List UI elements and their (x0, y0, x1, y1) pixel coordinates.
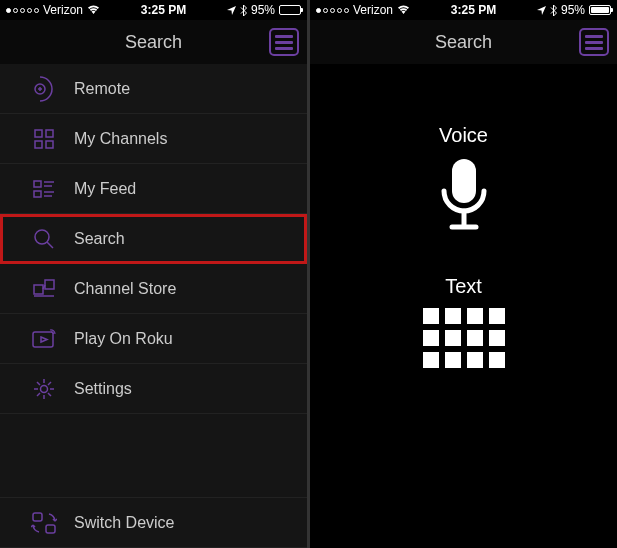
menu-button[interactable] (579, 28, 609, 56)
svg-rect-6 (46, 141, 53, 148)
svg-rect-31 (452, 159, 476, 203)
menu-item-remote[interactable]: Remote (0, 64, 307, 114)
svg-point-13 (35, 230, 49, 244)
svg-line-27 (37, 393, 40, 396)
phone-left-menu: Verizon 3:25 PM 95% Search (0, 0, 307, 548)
search-icon (30, 225, 58, 253)
svg-rect-19 (33, 332, 53, 347)
feed-icon (30, 175, 58, 203)
phone-right-search: Verizon 3:25 PM 95% Search (310, 0, 617, 548)
keyboard-icon (423, 308, 505, 368)
channels-icon (30, 125, 58, 153)
play-icon (30, 325, 58, 353)
svg-rect-16 (45, 280, 54, 289)
menu-item-search[interactable]: Search (0, 214, 307, 264)
svg-rect-8 (34, 191, 41, 197)
svg-line-14 (47, 242, 53, 248)
status-right: 95% (537, 3, 611, 17)
side-menu: Remote My Channels My Feed (0, 64, 307, 548)
menu-label: Settings (74, 380, 132, 398)
voice-label: Voice (439, 124, 488, 147)
svg-line-26 (48, 393, 51, 396)
svg-rect-15 (34, 285, 43, 294)
menu-item-my-feed[interactable]: My Feed (0, 164, 307, 214)
bluetooth-icon (550, 5, 557, 16)
svg-rect-4 (46, 130, 53, 137)
status-time: 3:25 PM (451, 3, 496, 17)
status-bar: Verizon 3:25 PM 95% (310, 0, 617, 20)
battery-percent: 95% (251, 3, 275, 17)
wifi-icon (397, 5, 410, 15)
menu-label: Channel Store (74, 280, 176, 298)
settings-icon (30, 375, 58, 403)
menu-item-channel-store[interactable]: Channel Store (0, 264, 307, 314)
menu-item-settings[interactable]: Settings (0, 364, 307, 414)
store-icon (30, 275, 58, 303)
svg-rect-5 (35, 141, 42, 148)
svg-point-20 (41, 385, 48, 392)
status-left: Verizon (316, 3, 410, 17)
battery-icon (279, 5, 301, 15)
status-left: Verizon (6, 3, 100, 17)
svg-line-25 (37, 382, 40, 385)
menu-label: My Channels (74, 130, 167, 148)
svg-rect-30 (46, 525, 55, 533)
svg-line-28 (48, 382, 51, 385)
switch-device-icon (30, 509, 58, 537)
status-right: 95% (227, 3, 301, 17)
menu-item-play-on-roku[interactable]: Play On Roku (0, 314, 307, 364)
menu-label: Switch Device (74, 514, 174, 532)
carrier-label: Verizon (43, 3, 83, 17)
menu-label: My Feed (74, 180, 136, 198)
nav-bar: Search (0, 20, 307, 64)
signal-strength-icon (316, 8, 349, 13)
battery-icon (589, 5, 611, 15)
status-bar: Verizon 3:25 PM 95% (0, 0, 307, 20)
bluetooth-icon (240, 5, 247, 16)
text-label: Text (445, 275, 482, 298)
remote-icon (30, 75, 58, 103)
menu-item-switch-device[interactable]: Switch Device (0, 498, 307, 548)
search-screen: Voice Text (310, 64, 617, 548)
signal-strength-icon (6, 8, 39, 13)
svg-rect-29 (33, 513, 42, 521)
menu-item-my-channels[interactable]: My Channels (0, 114, 307, 164)
status-time: 3:25 PM (141, 3, 186, 17)
page-title: Search (435, 32, 492, 53)
location-icon (537, 6, 546, 15)
svg-rect-7 (34, 181, 41, 187)
nav-bar: Search (310, 20, 617, 64)
voice-search-option[interactable]: Voice (438, 124, 490, 235)
carrier-label: Verizon (353, 3, 393, 17)
menu-label: Play On Roku (74, 330, 173, 348)
wifi-icon (87, 5, 100, 15)
menu-button[interactable] (269, 28, 299, 56)
text-search-option[interactable]: Text (423, 275, 505, 368)
location-icon (227, 6, 236, 15)
menu-label: Search (74, 230, 125, 248)
page-title: Search (125, 32, 182, 53)
microphone-icon (438, 157, 490, 235)
battery-percent: 95% (561, 3, 585, 17)
svg-rect-3 (35, 130, 42, 137)
menu-label: Remote (74, 80, 130, 98)
